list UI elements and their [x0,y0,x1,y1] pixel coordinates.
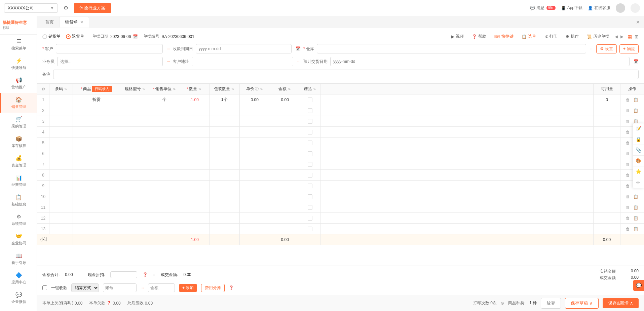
cell-gift-5[interactable] [300,148,320,159]
right-tool-edit[interactable]: ✏ [633,177,644,188]
date-value[interactable]: 2023-06-06 [110,34,131,39]
avatar[interactable] [616,3,625,13]
cell-gift-3[interactable] [300,127,320,138]
cell-spec-12[interactable] [120,224,150,234]
cell-product-10[interactable] [73,202,120,213]
account-no-input[interactable] [103,283,137,292]
cell-barcode-11[interactable] [49,213,73,224]
company-selector[interactable]: XXXXXX公司 ▼ [4,3,58,13]
logistics-button[interactable]: + 物流 [619,44,639,53]
settlement-method-select[interactable]: 结算方式 [71,283,99,292]
cell-qty-11[interactable] [179,213,209,224]
sidebar-item-0[interactable]: ☰搜索菜单 [0,35,37,54]
sidebar-item-11[interactable]: 📖新手引导 [0,249,37,269]
copy-icon-10[interactable]: 📋 [633,205,638,210]
delete-icon-1[interactable]: 🗑 [626,108,630,113]
sidebar-item-8[interactable]: 📋基础信息 [0,191,37,210]
cell-qty-5[interactable] [179,148,209,159]
cell-qty-12[interactable] [179,224,209,234]
tab-sale-order[interactable]: 销货单 ✕ [59,17,89,28]
online-service-btn[interactable]: 👤 在线客服 [588,5,610,11]
help-btn[interactable]: ❓ 帮助 [469,32,489,41]
discount-input[interactable] [110,271,137,278]
cell-gift-1[interactable] [300,105,320,116]
cell-spec-4[interactable] [120,138,150,148]
cell-barcode-0[interactable] [49,94,73,105]
sidebar-item-14[interactable]: 👑畅会员 [0,308,37,311]
sidebar-item-13[interactable]: 💬企业微信 [0,288,37,308]
list-view-icon[interactable]: ▦ [628,34,632,39]
cell-unit-price-2[interactable] [239,116,270,127]
delete-icon-5[interactable]: 🗑 [626,151,630,156]
cell-unit-price-4[interactable] [239,138,270,148]
cell-qty-0[interactable]: -1.00 [179,94,209,105]
cell-unit-price-1[interactable] [239,105,270,116]
warehouse-input[interactable]: 建材仓 [317,44,586,53]
message-btn[interactable]: 💬 消息 99+ [530,5,556,11]
right-tool-note[interactable]: 📝 [633,123,644,134]
cell-spec-6[interactable] [120,159,150,170]
choose-btn[interactable]: 📋 选单 [519,32,539,41]
due-date-input[interactable] [196,44,292,53]
copy-icon-11[interactable]: 📋 [633,216,638,221]
sidebar-item-9[interactable]: ⚙系统管理 [0,210,37,230]
cell-spec-10[interactable] [120,202,150,213]
cell-gift-2[interactable] [300,116,320,127]
cell-spec-2[interactable] [120,116,150,127]
copy-icon-1[interactable]: 📋 [633,108,638,113]
settings-button[interactable]: ⚙ 设置 [596,44,617,53]
one-click-pay-checkbox[interactable] [42,285,47,290]
cell-barcode-12[interactable] [49,224,73,234]
cell-unit-price-3[interactable] [239,127,270,138]
tab-home[interactable]: 首页 [40,17,59,27]
cell-barcode-2[interactable] [49,116,73,127]
cell-unit-price-5[interactable] [239,148,270,159]
cell-barcode-5[interactable] [49,148,73,159]
close-window-icon[interactable]: ✕ [635,18,641,26]
card-view-icon[interactable]: ⊞ [635,34,639,39]
address-dots[interactable]: ··· [297,59,301,64]
delete-icon-10[interactable]: 🗑 [626,205,630,210]
scan-btn[interactable]: 扫码录入 [92,86,112,92]
cell-qty-9[interactable] [179,191,209,202]
cell-gift-7[interactable] [300,170,320,181]
cell-product-4[interactable] [73,138,120,148]
delete-icon-7[interactable]: 🗑 [626,173,630,178]
cell-gift-11[interactable] [300,213,320,224]
sidebar-item-5[interactable]: 📦库存核算 [0,132,37,152]
cell-qty-10[interactable] [179,202,209,213]
cell-qty-2[interactable] [179,116,209,127]
operate-btn[interactable]: ⚙ 操作 [563,32,581,41]
right-tool-star[interactable]: ⭐ [633,166,644,177]
cell-barcode-7[interactable] [49,170,73,181]
nav-next-icon[interactable]: ▶ [620,34,623,39]
cell-gift-4[interactable] [300,138,320,148]
save-new-btn[interactable]: 保存&新增 ∧ [603,298,639,308]
sidebar-item-4[interactable]: 🛒采购管理 [0,113,37,132]
customer-input[interactable] [56,44,163,53]
delete-icon-8[interactable]: 🗑 [626,184,630,188]
cell-qty-4[interactable] [179,138,209,148]
cell-qty-1[interactable] [179,105,209,116]
cell-gift-8[interactable] [300,181,320,191]
cell-qty-8[interactable] [179,181,209,191]
cell-barcode-10[interactable] [49,202,73,213]
right-tool-bottom[interactable]: 💬 [633,280,644,291]
cell-barcode-4[interactable] [49,138,73,148]
cell-gift-9[interactable] [300,191,320,202]
cell-barcode-3[interactable] [49,127,73,138]
save-draft-btn[interactable]: 保存草稿 ∧ [565,298,599,309]
cell-gift-6[interactable] [300,159,320,170]
amount-input[interactable] [148,283,175,292]
history-btn[interactable]: 📜 历史单据 [584,32,612,41]
cell-product-12[interactable] [73,224,120,234]
cell-unit-price-12[interactable] [239,224,270,234]
delete-icon-6[interactable]: 🗑 [626,162,630,167]
expense-split-btn[interactable]: 费用分摊 [201,284,225,292]
salesperson-dots[interactable]: ··· [167,59,170,64]
cell-qty-7[interactable] [179,170,209,181]
cell-unit-price-10[interactable] [239,202,270,213]
trial-btn[interactable]: 体验行业方案 [74,3,111,13]
cell-product-3[interactable] [73,127,120,138]
delete-icon-11[interactable]: 🗑 [626,216,630,221]
